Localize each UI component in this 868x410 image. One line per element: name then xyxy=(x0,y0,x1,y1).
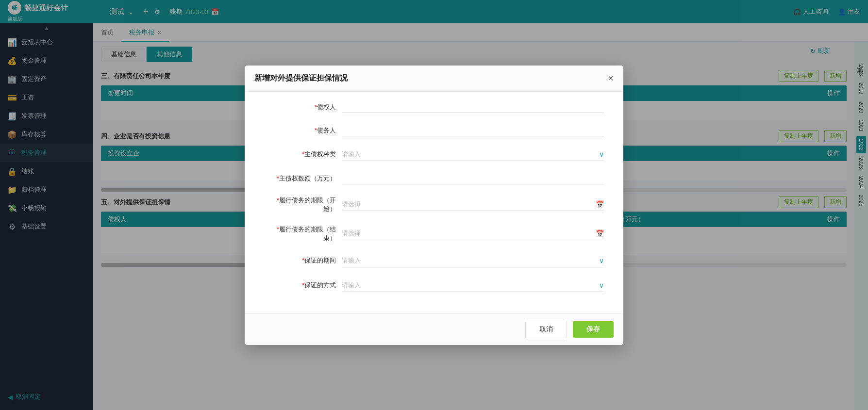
cancel-button[interactable]: 取消 xyxy=(525,321,567,338)
form-group-creditor: *债权人 xyxy=(264,101,604,113)
date-period-end-value: 请选择 xyxy=(342,229,361,238)
select-guarantee-period-value: 请输入 xyxy=(342,256,361,265)
label-period-start: *履行债务的期限（开始） xyxy=(264,196,342,213)
modal-header: 新增对外提供保证担保情况 × xyxy=(245,66,623,92)
calendar-end-icon: 📅 xyxy=(596,230,604,237)
form-group-debtor: *债务人 xyxy=(264,125,604,136)
select-guarantee-period[interactable]: 请输入 ∨ xyxy=(342,254,604,267)
date-period-start[interactable]: 请选择 📅 xyxy=(342,198,604,211)
label-creditor: *债权人 xyxy=(264,103,342,112)
form-group-guarantee-method: *保证的方式 请输入 ∨ xyxy=(264,279,604,292)
label-period-end: *履行债务的期限（结束） xyxy=(264,225,342,243)
chevron-down-guarantee-period-icon: ∨ xyxy=(599,257,604,264)
chevron-down-icon: ∨ xyxy=(599,150,604,158)
select-guarantee-method[interactable]: 请输入 ∨ xyxy=(342,279,604,292)
form-group-claim-amount: *主债权数额（万元） xyxy=(264,173,604,184)
select-claim-type-value: 请输入 xyxy=(342,150,361,159)
modal-close-button[interactable]: × xyxy=(608,73,614,83)
modal-body: *债权人 *债务人 *主债权种类 请输入 ∨ xyxy=(245,92,623,313)
modal-footer: 取消 保存 xyxy=(245,313,623,345)
form-group-claim-type: *主债权种类 请输入 ∨ xyxy=(264,148,604,161)
input-creditor[interactable] xyxy=(342,101,604,113)
chevron-down-guarantee-method-icon: ∨ xyxy=(599,281,604,289)
calendar-start-icon: 📅 xyxy=(596,200,604,208)
label-claim-amount: *主债权数额（万元） xyxy=(264,174,342,183)
label-claim-type: *主债权种类 xyxy=(264,150,342,159)
form-group-period-end: *履行债务的期限（结束） 请选择 📅 xyxy=(264,225,604,243)
label-debtor: *债务人 xyxy=(264,126,342,135)
date-period-end[interactable]: 请选择 📅 xyxy=(342,227,604,240)
label-guarantee-period: *保证的期间 xyxy=(264,256,342,265)
select-claim-type[interactable]: 请输入 ∨ xyxy=(342,148,604,161)
form-group-guarantee-period: *保证的期间 请输入 ∨ xyxy=(264,254,604,267)
select-guarantee-method-value: 请输入 xyxy=(342,281,361,290)
form-group-period-start: *履行债务的期限（开始） 请选择 📅 xyxy=(264,196,604,213)
input-claim-amount[interactable] xyxy=(342,173,604,184)
modal-dialog: 新增对外提供保证担保情况 × *债权人 *债务人 *主 xyxy=(245,66,623,345)
save-button[interactable]: 保存 xyxy=(573,321,614,338)
modal-overlay: 新增对外提供保证担保情况 × *债权人 *债务人 *主 xyxy=(0,0,868,410)
modal-title: 新增对外提供保证担保情况 xyxy=(254,73,348,83)
input-debtor[interactable] xyxy=(342,125,604,136)
label-guarantee-method: *保证的方式 xyxy=(264,281,342,290)
date-period-start-value: 请选择 xyxy=(342,200,361,209)
